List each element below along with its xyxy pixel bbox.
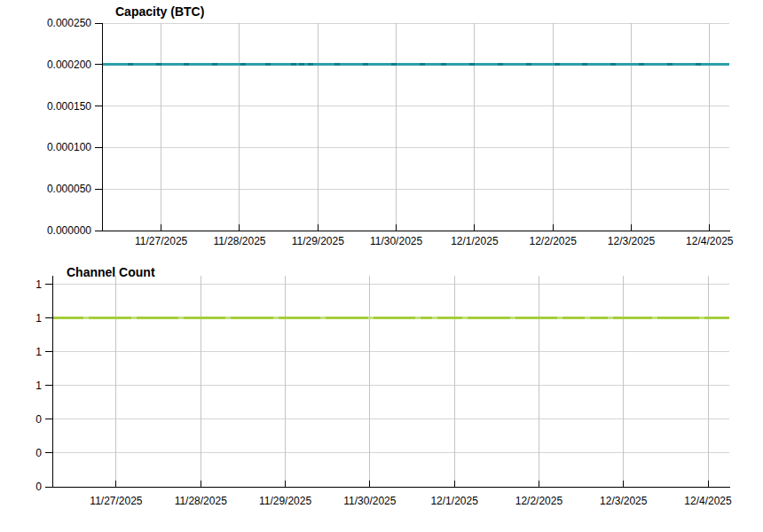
series-point-marker [667, 63, 673, 66]
x-tick-label: 11/30/2025 [357, 235, 437, 247]
y-tick-label: 0 [0, 446, 42, 460]
gridline-vertical [318, 23, 319, 231]
y-tick-label: 0.000200 [12, 58, 91, 72]
x-tick-label: 12/3/2025 [591, 235, 671, 247]
series-point-marker [696, 63, 701, 66]
gridline-horizontal [102, 189, 729, 190]
x-tick-label: 11/29/2025 [278, 235, 358, 247]
gridline-vertical [454, 276, 455, 487]
series-point-marker [432, 317, 437, 319]
gridline-horizontal [52, 284, 729, 285]
series-point-marker [363, 63, 368, 66]
gridline-vertical [161, 23, 161, 231]
y-axis [102, 23, 103, 231]
series-point-marker [610, 63, 616, 66]
y-axis-tick [95, 106, 102, 106]
series-point-marker [652, 317, 657, 319]
y-axis-tick [45, 317, 52, 318]
gridline-vertical [474, 23, 475, 231]
y-tick-label: 0.000250 [12, 16, 91, 30]
series-point-marker [420, 63, 425, 66]
x-tick-label: 11/29/2025 [246, 495, 326, 507]
x-tick-label: 11/28/2025 [161, 495, 240, 507]
y-axis-tick [45, 351, 52, 352]
series-point-marker [265, 63, 271, 66]
gridline-horizontal [52, 385, 729, 386]
series-point-marker [498, 63, 503, 66]
series-point-marker [608, 317, 613, 319]
y-axis-tick [45, 385, 52, 386]
series-point-marker [441, 63, 446, 66]
channel-count-chart-title: Channel Count [67, 265, 155, 279]
series-point-marker [557, 317, 562, 319]
x-tick-label: 12/3/2025 [584, 495, 664, 507]
series-point-marker [582, 63, 587, 66]
series-point-marker [526, 63, 531, 66]
gridline-vertical [239, 23, 240, 231]
series-point-marker [273, 317, 279, 319]
series-point-marker [368, 317, 374, 319]
gridline-vertical [623, 276, 624, 487]
series-point-marker [699, 317, 704, 319]
y-tick-label: 0.000050 [12, 182, 91, 196]
series-point-marker [308, 63, 313, 66]
series-line [52, 317, 729, 319]
series-point-marker [299, 63, 304, 66]
y-axis-tick [95, 23, 102, 24]
x-tick-label: 11/28/2025 [200, 235, 279, 247]
gridline-horizontal [52, 351, 729, 352]
series-point-marker [184, 63, 189, 66]
series-point-marker [320, 317, 326, 319]
x-tick-label: 12/4/2025 [668, 495, 748, 507]
gridline-vertical [115, 276, 116, 487]
series-point-marker [291, 63, 296, 66]
gridline-horizontal [102, 106, 729, 106]
gridline-horizontal [102, 147, 729, 148]
x-tick-label: 11/27/2025 [122, 235, 201, 247]
series-point-marker [83, 317, 89, 319]
series-point-marker [391, 63, 397, 66]
y-axis-tick [45, 419, 52, 419]
gridline-vertical [396, 23, 397, 231]
series-point-marker [585, 317, 590, 319]
series-point-marker [469, 63, 475, 66]
series-point-marker [225, 317, 231, 319]
y-axis-tick [45, 487, 52, 488]
y-axis-tick [95, 189, 102, 190]
series-point-marker [240, 63, 246, 66]
x-tick-label: 12/1/2025 [435, 235, 515, 247]
capacity-chart-title: Capacity (BTC) [115, 4, 204, 19]
gridline-vertical [709, 23, 710, 231]
series-point-marker [510, 317, 515, 319]
series-point-marker [156, 63, 161, 66]
x-tick-label: 12/2/2025 [499, 495, 578, 507]
y-axis-tick [45, 284, 52, 285]
y-axis-tick [95, 147, 102, 148]
gridline-horizontal [102, 23, 729, 24]
x-tick-label: 12/1/2025 [414, 495, 494, 507]
series-point-marker [639, 63, 644, 66]
series-point-marker [415, 317, 421, 319]
y-tick-label: 1 [0, 311, 42, 325]
y-tick-label: 0.000100 [12, 140, 91, 154]
gridline-vertical [201, 276, 201, 487]
gridline-vertical [708, 276, 709, 487]
gridline-vertical [369, 276, 370, 487]
y-tick-label: 0 [0, 480, 42, 494]
y-axis [52, 276, 53, 488]
series-point-marker [212, 63, 217, 66]
series-point-marker [334, 63, 340, 66]
gridline-horizontal [52, 452, 729, 453]
series-point-marker [555, 63, 560, 66]
gridline-vertical [553, 23, 554, 231]
y-axis-tick [45, 452, 52, 453]
gridline-vertical [539, 276, 539, 487]
gridline-vertical [285, 276, 286, 487]
series-point-marker [462, 317, 468, 319]
x-tick-label: 11/30/2025 [330, 495, 410, 507]
x-tick-label: 12/4/2025 [670, 235, 750, 247]
y-tick-label: 0.000000 [12, 223, 91, 238]
series-point-marker [178, 317, 184, 319]
y-tick-label: 1 [0, 379, 42, 393]
y-axis-tick [95, 231, 102, 231]
